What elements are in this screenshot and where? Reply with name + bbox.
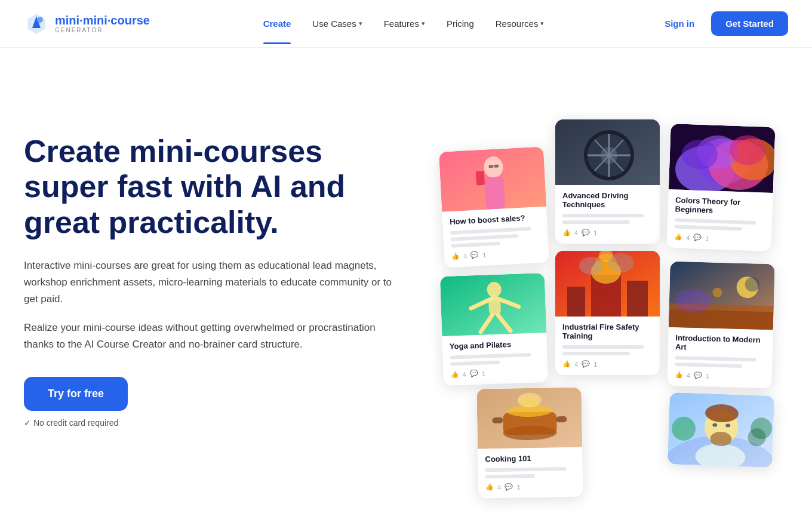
course-card-sales: How to boost sales? 👍 4 💬 1 [439, 147, 549, 268]
card-line [451, 234, 518, 241]
card-lines-colors [675, 218, 765, 231]
no-credit-label: ✓ No credit card required [24, 418, 406, 428]
card-lines-yoga [450, 352, 540, 365]
comment-icon: 💬 [582, 360, 590, 368]
svg-point-38 [579, 257, 603, 275]
hero-right: How to boost sales? 👍 4 💬 1 [442, 119, 788, 442]
card-footer-colors: 👍 4 💬 1 [674, 233, 764, 244]
card-illustration-colors [669, 124, 776, 193]
logo-text: mini·mini·course GENERATOR [55, 14, 150, 33]
card-line [450, 353, 531, 360]
card-image-driving [555, 119, 660, 185]
card-title-fire: Industrial Fire Safety Training [562, 322, 653, 340]
like-icon: 👍 [451, 252, 460, 260]
card-title-driving: Advanced Driving Techniques [562, 191, 653, 209]
card-line [562, 220, 630, 224]
card-lines-cooking [485, 467, 576, 479]
svg-rect-3 [484, 176, 505, 210]
hero-description-1: Interactive mini-courses are great for u… [24, 257, 406, 308]
nav-link-features[interactable]: Features ▾ [376, 14, 433, 33]
card-line [485, 467, 567, 472]
svg-rect-54 [522, 397, 537, 406]
chevron-down-icon: ▾ [422, 20, 425, 27]
card-line [450, 361, 500, 366]
card-illustration-cooking [476, 387, 582, 449]
card-body-driving: Advanced Driving Techniques 👍 4 💬 1 [555, 185, 660, 244]
card-image-cooking [476, 387, 582, 449]
logo[interactable]: mini·mini·course GENERATOR [24, 11, 150, 36]
try-free-button[interactable]: Try for free [24, 377, 128, 411]
chevron-down-icon: ▾ [540, 20, 544, 27]
card-footer-driving: 👍 4 💬 1 [562, 229, 653, 236]
like-icon: 👍 [450, 370, 459, 378]
hero-title: Create mini-courses super fast with AI a… [24, 134, 406, 241]
svg-rect-28 [488, 297, 501, 316]
card-body-yoga: Yoga and Pilates 👍 4 💬 1 [442, 333, 548, 386]
card-illustration-portrait [668, 392, 774, 468]
card-image-art [669, 262, 775, 330]
card-image-sales [439, 147, 546, 212]
card-lines-art [675, 356, 765, 368]
card-image-yoga [440, 273, 546, 336]
signin-button[interactable]: Sign in [657, 14, 702, 33]
card-title-art: Introduction to Modern Art [675, 333, 766, 354]
nav-actions: Sign in Get Started [657, 11, 788, 36]
card-title-colors: Colors Theory for Beginners [675, 195, 765, 216]
course-card-cooking: Cooking 101 👍 4 💬 1 [476, 387, 583, 498]
course-card-yoga: Yoga and Pilates 👍 4 💬 1 [440, 273, 548, 386]
comment-icon: 💬 [505, 483, 513, 491]
svg-rect-50 [492, 417, 503, 423]
card-body-art: Introduction to Modern Art 👍 4 💬 1 [667, 327, 773, 389]
card-count: 4 [574, 229, 578, 236]
logo-brand: mini·mini·course [55, 14, 150, 27]
card-illustration-driving [555, 119, 660, 185]
card-illustration-fire [555, 251, 660, 317]
card-body-colors: Colors Theory for Beginners 👍 4 💬 1 [666, 189, 773, 251]
card-title-sales: How to boost sales? [450, 213, 540, 226]
card-illustration-sales [439, 147, 546, 212]
comment-icon: 💬 [469, 370, 478, 377]
like-icon: 👍 [675, 371, 683, 379]
card-line [562, 352, 630, 355]
logo-brand-highlight: mini· [55, 14, 83, 27]
nav-link-use-cases[interactable]: Use Cases ▾ [304, 14, 370, 33]
card-count: 1 [482, 251, 487, 258]
card-image-fire [555, 251, 660, 317]
get-started-button[interactable]: Get Started [711, 11, 788, 36]
card-lines-driving [562, 214, 653, 224]
navbar: mini·mini·course GENERATOR Create Use Ca… [0, 0, 812, 48]
svg-rect-34 [627, 281, 648, 317]
card-count: 4 [574, 361, 578, 368]
card-lines-sales [450, 226, 541, 248]
card-count: 1 [593, 229, 597, 236]
hero-description-2: Realize your mini-course ideas without g… [24, 320, 406, 353]
svg-rect-4 [476, 171, 485, 186]
nav-link-create[interactable]: Create [255, 14, 300, 33]
logo-sub: GENERATOR [55, 27, 150, 33]
card-body-sales: How to boost sales? 👍 4 💬 1 [442, 206, 549, 268]
card-line [675, 225, 742, 231]
card-count: 4 [497, 483, 501, 490]
nav-link-pricing[interactable]: Pricing [438, 14, 482, 33]
card-count: 1 [516, 483, 520, 490]
nav-link-resources[interactable]: Resources ▾ [487, 14, 553, 33]
card-footer-cooking: 👍 4 💬 1 [485, 482, 576, 492]
card-body-cooking: Cooking 101 👍 4 💬 1 [478, 447, 583, 498]
card-count: 1 [705, 235, 709, 242]
card-line [562, 214, 644, 217]
course-card-colors: Colors Theory for Beginners 👍 4 💬 1 [666, 124, 775, 251]
course-card-driving: Advanced Driving Techniques 👍 4 💬 1 [555, 119, 660, 244]
svg-rect-42 [669, 309, 774, 330]
chevron-down-icon: ▾ [359, 20, 362, 27]
card-illustration-yoga [440, 273, 546, 336]
card-line [485, 474, 535, 478]
like-icon: 👍 [674, 233, 682, 241]
card-line [675, 356, 756, 362]
svg-rect-6 [494, 164, 499, 167]
card-count: 1 [481, 370, 485, 377]
card-count: 4 [686, 234, 690, 241]
card-lines-fire [562, 345, 653, 355]
logo-icon [24, 11, 49, 36]
comment-icon: 💬 [694, 371, 702, 379]
like-icon: 👍 [485, 483, 494, 491]
